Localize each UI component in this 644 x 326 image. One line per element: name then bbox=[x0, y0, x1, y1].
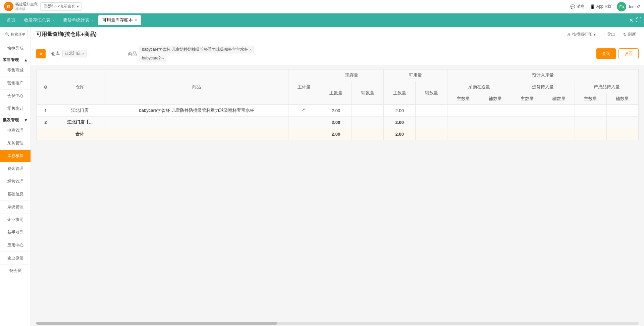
content-area: 可用量查询(按仓库+商品) 🖨 按模板打印 ▾ ↑ 导出 ↻ 刷新 bbox=[31, 27, 644, 326]
app-label: App下载 bbox=[596, 4, 611, 9]
user-area[interactable]: Ea demo2 bbox=[617, 2, 640, 11]
summary-empty2 bbox=[105, 128, 288, 140]
wholesale-arrow-icon: ▼ bbox=[24, 118, 28, 123]
tab-receive-summary[interactable]: 收发存汇总表 × bbox=[20, 15, 58, 25]
th-production-aux: 辅数量 bbox=[606, 93, 638, 105]
settings-gear-icon[interactable]: ⚙ bbox=[44, 85, 48, 90]
subtotal-current-aux bbox=[352, 117, 384, 128]
sidebar-item-vip[interactable]: 畅会员 bbox=[0, 265, 31, 277]
sidebar-item-system[interactable]: 系统管理 bbox=[0, 201, 31, 214]
inventory-label: 库存核算 bbox=[7, 153, 23, 159]
row-incoming-aux bbox=[543, 105, 575, 117]
row-production-main bbox=[575, 105, 607, 117]
row-available-main: 2.00 bbox=[384, 105, 416, 117]
tab-home-label: 首页 bbox=[7, 17, 15, 23]
warehouse-tag[interactable]: 江北门店 × bbox=[62, 50, 87, 57]
settings-button[interactable]: 设置 bbox=[619, 48, 639, 59]
filter-bar: » 仓库 江北门店 × ··· 商品 babycare学饮杯 儿童防摔防撞吸管杯… bbox=[31, 42, 644, 65]
print-dropdown-icon: ▾ bbox=[594, 32, 596, 37]
industry-label: 母婴行业演示账套 bbox=[43, 4, 75, 9]
th-settings-icon[interactable]: ⚙ bbox=[37, 69, 55, 105]
sidebar-item-enterprise[interactable]: 企业协同 bbox=[0, 214, 31, 226]
product-tag-1[interactable]: babycare学饮杯 儿童防摔防撞吸管杯重力球吸嘴杯宝宝水杯 × bbox=[140, 46, 254, 53]
warehouse-tag-value: 江北门店 bbox=[65, 51, 81, 56]
th-production-main: 主数量 bbox=[575, 93, 607, 105]
quick-nav-label: 快捷导航 bbox=[7, 46, 23, 51]
close-tab1-icon[interactable]: × bbox=[52, 18, 54, 22]
purchasing-label: 采购管理 bbox=[7, 140, 23, 146]
maximize-icon[interactable]: ⛶ bbox=[636, 17, 641, 23]
sidebar-item-retail-mall[interactable]: 零售商城 bbox=[0, 64, 31, 77]
sidebar-item-purchasing[interactable]: 采购管理 bbox=[0, 137, 31, 150]
sidebar-item-members[interactable]: 会员中心 bbox=[0, 90, 31, 102]
message-icon: 💬 bbox=[570, 4, 575, 9]
message-action[interactable]: 💬 消息 bbox=[570, 4, 585, 9]
sidebar-section-wholesale[interactable]: 批发管理 ▼ bbox=[0, 115, 31, 124]
th-current-aux: 辅数量 bbox=[352, 81, 384, 105]
refresh-button[interactable]: ↻ 刷新 bbox=[621, 30, 639, 39]
subtotal-purchase-main bbox=[447, 117, 479, 128]
th-current-stock-group: 现存量 bbox=[320, 69, 384, 81]
product-tag-2-value: babycare?··· bbox=[142, 56, 164, 60]
horizontal-scrollbar[interactable] bbox=[36, 322, 639, 325]
print-button[interactable]: 🖨 按模板打印 ▾ bbox=[564, 30, 598, 39]
product-tag-2[interactable]: babycare?··· bbox=[140, 55, 166, 61]
operations-label: 经营管理 bbox=[7, 179, 23, 184]
query-button[interactable]: 查询 bbox=[596, 48, 616, 59]
remove-product-tag1-icon[interactable]: × bbox=[250, 48, 252, 52]
remove-warehouse-tag-icon[interactable]: × bbox=[82, 52, 84, 56]
row-production-aux bbox=[606, 105, 638, 117]
sidebar-search-area: 🔍 搜索菜单 bbox=[0, 27, 31, 42]
row-purchase-aux bbox=[479, 105, 511, 117]
th-available-group: 可用量 bbox=[384, 69, 447, 81]
user-avatar: Ea bbox=[617, 2, 626, 11]
sidebar-item-basic-info[interactable]: 基础信息 bbox=[0, 188, 31, 201]
tab-order-stats[interactable]: 要货单统计表 × bbox=[59, 15, 97, 25]
export-icon: ↑ bbox=[604, 32, 606, 37]
th-incoming-aux: 辅数量 bbox=[543, 93, 575, 105]
tab-home[interactable]: 首页 bbox=[3, 15, 19, 25]
sidebar-item-ecommerce[interactable]: 电商管理 bbox=[0, 124, 31, 137]
sidebar-item-retail-stats[interactable]: 零售统计 bbox=[0, 102, 31, 115]
logo-sub: 标准版 bbox=[15, 7, 38, 11]
sidebar-item-inventory[interactable]: 库存核算 bbox=[0, 150, 31, 162]
scrollbar-thumb[interactable] bbox=[36, 322, 277, 325]
retail-arrow-icon: ▲ bbox=[24, 58, 28, 62]
subtotal-unit bbox=[288, 117, 320, 128]
export-button[interactable]: ↑ 导出 bbox=[601, 30, 618, 39]
top-bar-right: 💬 消息 📱 App下载 Ea demo2 bbox=[570, 2, 640, 11]
close-tab2-icon[interactable]: × bbox=[91, 18, 93, 22]
app-download-action[interactable]: 📱 App下载 bbox=[590, 4, 611, 9]
logo-text-block: 畅捷通好生意 标准版 bbox=[15, 2, 38, 11]
sidebar-item-app-center[interactable]: 应用中心 bbox=[0, 239, 31, 252]
th-available-aux: 辅数量 bbox=[416, 81, 447, 105]
filter-expand-button[interactable]: » bbox=[36, 49, 46, 58]
chevron-down-icon: ▾ bbox=[77, 4, 79, 9]
row-available-aux bbox=[416, 105, 447, 117]
close-window-icon[interactable]: ✕ bbox=[629, 17, 633, 24]
sidebar-section-retail[interactable]: 零售管理 ▲ bbox=[0, 55, 31, 64]
search-menu-button[interactable]: 🔍 搜索菜单 bbox=[3, 30, 28, 39]
tab-available-label: 可用量库存账本 bbox=[102, 17, 133, 23]
warehouse-dots[interactable]: ··· bbox=[88, 51, 92, 56]
ecommerce-label: 电商管理 bbox=[7, 128, 23, 133]
summary-current-main: 2.00 bbox=[320, 128, 352, 140]
row-warehouse: 江北门店 bbox=[55, 105, 105, 117]
sidebar-item-wechat[interactable]: 企业微信 bbox=[0, 252, 31, 265]
sidebar-item-finance[interactable]: 资金管理 bbox=[0, 162, 31, 175]
app-center-label: 应用中心 bbox=[7, 242, 23, 248]
sidebar-item-operations[interactable]: 经营管理 bbox=[0, 175, 31, 188]
warehouse-filter-label: 仓库 bbox=[51, 51, 60, 57]
top-bar: 好 畅捷通好生意 标准版 母婴行业演示账套 ▾ 💬 消息 📱 App下载 Ea … bbox=[0, 0, 644, 13]
marketing-label: 营销推广 bbox=[7, 80, 23, 86]
tab-available-stock[interactable]: 可用量库存账本 × bbox=[98, 15, 141, 25]
sidebar-item-marketing[interactable]: 营销推广 bbox=[0, 77, 31, 90]
close-tab3-icon[interactable]: × bbox=[135, 18, 137, 22]
sidebar-item-quick-nav[interactable]: 快捷导航 bbox=[0, 42, 31, 55]
sidebar-item-tutorial[interactable]: 新手引导 bbox=[0, 226, 31, 239]
refresh-icon: ↻ bbox=[623, 32, 627, 37]
summary-production-aux bbox=[606, 128, 638, 140]
row-index: 1 bbox=[37, 105, 55, 117]
product-filter-group: 商品 babycare学饮杯 儿童防摔防撞吸管杯重力球吸嘴杯宝宝水杯 × bab… bbox=[128, 46, 274, 61]
industry-selector[interactable]: 母婴行业演示账套 ▾ bbox=[40, 2, 82, 11]
